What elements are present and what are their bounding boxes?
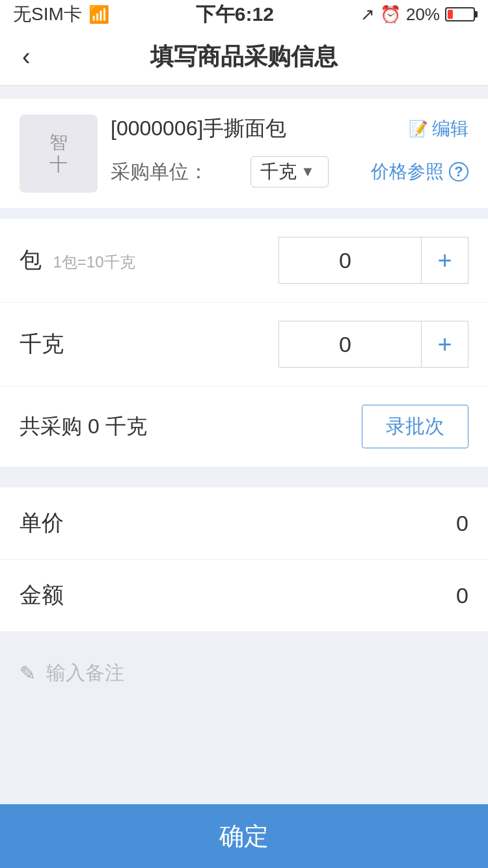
kg-input-row: 千克 + (0, 303, 488, 387)
product-name-row: [0000006]手撕面包 📝 编辑 (111, 115, 468, 143)
pencil-icon: ✎ (20, 662, 36, 685)
status-right: ↗ ⏰ 20% (360, 5, 475, 25)
product-info: [0000006]手撕面包 📝 编辑 采购单位： 千克 ▼ 价格参照 ? (111, 115, 468, 187)
bao-input-row: 包 1包=10千克 + (0, 219, 488, 303)
location-icon: ↗ (360, 5, 375, 25)
unit-price-row: 单价 0 (0, 487, 488, 560)
battery-icon (445, 7, 475, 21)
price-ref-button[interactable]: 价格参照 ? (371, 159, 468, 184)
status-bar: 无SIM卡 📶 下午6:12 ↗ ⏰ 20% (0, 0, 488, 29)
divider-2 (0, 467, 488, 477)
kg-quantity-input[interactable] (278, 321, 422, 368)
chevron-down-icon: ▼ (301, 163, 315, 180)
divider-1 (0, 208, 488, 219)
unit-label: 采购单位： (111, 159, 208, 185)
price-section: 单价 0 金额 0 (0, 487, 488, 631)
remark-placeholder: 输入备注 (46, 660, 124, 686)
alarm-icon: ⏰ (380, 5, 401, 25)
status-time: 下午6:12 (196, 1, 274, 28)
edit-button[interactable]: 📝 编辑 (409, 116, 468, 141)
unit-row: 采购单位： 千克 ▼ 价格参照 ? (111, 156, 468, 187)
nav-bar: ‹ 填写商品采购信息 (0, 29, 488, 86)
back-button[interactable]: ‹ (16, 36, 37, 77)
unit-value: 千克 (260, 159, 297, 184)
bao-input-right: + (278, 237, 468, 284)
edit-label: 编辑 (432, 116, 468, 141)
product-name: [0000006]手撕面包 (111, 115, 286, 143)
record-batch-button[interactable]: 录批次 (362, 405, 468, 448)
product-image: 智 十 (20, 115, 98, 193)
summary-row: 共采购 0 千克 录批次 (0, 387, 488, 467)
wifi-icon: 📶 (88, 5, 109, 25)
product-section: 智 十 [0000006]手撕面包 📝 编辑 采购单位： 千克 ▼ 价格参照 ? (0, 99, 488, 208)
unit-price-value: 0 (456, 511, 468, 536)
amount-row: 金额 0 (0, 560, 488, 631)
kg-label: 千克 (20, 329, 64, 359)
remark-section[interactable]: ✎ 输入备注 (0, 642, 488, 705)
summary-text: 共采购 0 千克 (20, 413, 147, 441)
unit-select[interactable]: 千克 ▼ (251, 156, 329, 187)
battery-percent: 20% (406, 5, 440, 25)
price-ref-label: 价格参照 (371, 159, 444, 184)
product-logo: 智 十 (49, 131, 68, 175)
input-section: 包 1包=10千克 + 千克 + (0, 219, 488, 387)
edit-icon: 📝 (409, 120, 428, 138)
bao-label: 包 1包=10千克 (20, 245, 135, 275)
carrier-label: 无SIM卡 (13, 2, 82, 27)
confirm-button[interactable]: 确定 (0, 804, 488, 868)
confirm-label: 确定 (219, 820, 269, 853)
amount-value: 0 (456, 583, 468, 608)
page-title: 填写商品采购信息 (150, 41, 338, 73)
unit-price-label: 单价 (20, 508, 64, 538)
bao-plus-button[interactable]: + (422, 237, 468, 284)
amount-label: 金额 (20, 580, 64, 610)
kg-plus-button[interactable]: + (422, 321, 468, 368)
status-left: 无SIM卡 📶 (13, 2, 109, 27)
bao-quantity-input[interactable] (278, 237, 422, 284)
kg-input-right: + (278, 321, 468, 368)
bao-sub-label: 1包=10千克 (53, 253, 135, 271)
help-icon: ? (449, 162, 468, 182)
